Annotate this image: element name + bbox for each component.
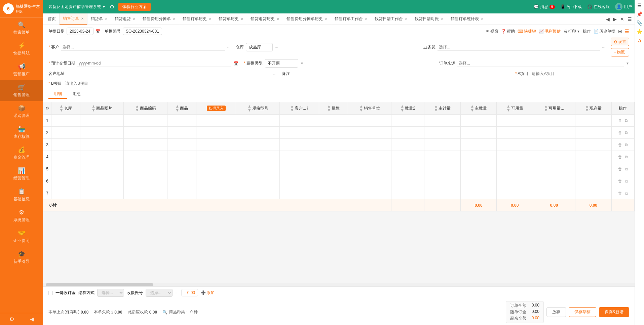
tab-return-history[interactable]: 销货退货历史 ✕ xyxy=(247,13,283,25)
cell-attr[interactable] xyxy=(319,151,348,163)
address-expand-icon[interactable]: ··· xyxy=(273,72,276,76)
th-scan[interactable]: 扫码录入 xyxy=(196,102,236,115)
cell-available[interactable] xyxy=(497,127,533,139)
circle-icon[interactable]: 🔍 xyxy=(162,310,167,315)
collapse-icon[interactable]: ◀ xyxy=(30,316,34,322)
cell-qty2[interactable] xyxy=(391,151,424,163)
copy-icon[interactable]: ⧉ xyxy=(625,155,628,159)
sidebar-item-search[interactable]: 🔍 搜索菜单 xyxy=(0,18,43,39)
cell-qty2[interactable] xyxy=(391,115,424,127)
sidebar-item-system[interactable]: ⚙ 系统管理 xyxy=(0,205,43,226)
cell-code[interactable] xyxy=(124,187,167,199)
cell-current[interactable] xyxy=(575,127,612,139)
tab-close-icon[interactable]: ✕ xyxy=(277,17,279,21)
cell-code[interactable] xyxy=(124,127,167,139)
cell-code[interactable] xyxy=(124,163,167,175)
tab-invoice-history[interactable]: 销货单历史 ✕ xyxy=(215,13,247,25)
tab-order-workbench[interactable]: 销售订单工作台 ✕ xyxy=(331,13,371,25)
settlement-select[interactable]: 选择... xyxy=(97,289,124,297)
tab-close-icon[interactable]: ✕ xyxy=(405,17,408,21)
cell-main-unit[interactable] xyxy=(424,115,461,127)
cell-current[interactable] xyxy=(575,163,612,175)
cell-main-unit[interactable] xyxy=(424,151,461,163)
cell-available[interactable] xyxy=(497,151,533,163)
delete-icon[interactable]: 🗑 xyxy=(618,130,622,135)
tab-close-icon[interactable]: ✕ xyxy=(481,17,484,21)
sidebar-item-purchase[interactable]: 📦 采购管理 xyxy=(0,101,43,122)
invoice-type-select[interactable]: 不开票 xyxy=(265,59,298,68)
cell-code[interactable] xyxy=(124,175,167,187)
history-button[interactable]: 📄 历史单据 xyxy=(594,29,615,34)
tab-order-stats[interactable]: 销售订单统计表 ✕ xyxy=(447,13,487,25)
cell-customer-code[interactable] xyxy=(280,127,319,139)
cell-code[interactable] xyxy=(124,115,167,127)
th-settings[interactable]: ⚙ xyxy=(43,102,51,115)
scroll-area[interactable] xyxy=(43,283,635,286)
tab-prev-icon[interactable]: ◀ xyxy=(605,16,611,23)
message-button[interactable]: 💬 消息 9 xyxy=(534,4,555,10)
salesperson-input[interactable] xyxy=(438,44,600,51)
bank-select[interactable]: 选择... xyxy=(146,289,173,297)
remarks-input[interactable] xyxy=(292,70,510,77)
cell-unit[interactable] xyxy=(348,175,391,187)
cell-customer-code[interactable] xyxy=(280,151,319,163)
cell-spec[interactable] xyxy=(236,151,280,163)
discard-button[interactable]: 放弃 xyxy=(546,307,566,317)
right-icon-2[interactable]: 📌 xyxy=(636,10,644,18)
warehouse-input[interactable]: 成品库 xyxy=(246,43,273,51)
tab-summary[interactable]: 汇总 xyxy=(67,90,86,99)
column-settings-icon[interactable]: ⚙ xyxy=(45,106,49,111)
delete-icon[interactable]: 🗑 xyxy=(618,179,622,184)
cell-attr[interactable] xyxy=(319,127,348,139)
cell-main-unit[interactable] xyxy=(424,187,461,199)
cell-main-qty[interactable] xyxy=(460,175,497,187)
tab-fee-split[interactable]: 销售费用分摊单 ✕ xyxy=(139,13,179,25)
cell-product[interactable] xyxy=(167,175,196,187)
cell-unit[interactable] xyxy=(348,127,391,139)
online-service-button[interactable]: 🎧 在线客服 xyxy=(587,4,610,10)
cell-available2[interactable] xyxy=(533,187,575,199)
cell-customer-code[interactable] xyxy=(280,139,319,151)
tab-close-icon[interactable]: ✕ xyxy=(81,17,84,21)
cell-main-qty[interactable] xyxy=(460,139,497,151)
copy-icon[interactable]: ⧉ xyxy=(625,191,628,196)
save-new-button[interactable]: 保存&新增 xyxy=(599,307,629,317)
cell-available2[interactable] xyxy=(533,139,575,151)
delete-icon[interactable]: 🗑 xyxy=(618,155,622,159)
order-source-expand[interactable]: ▼ xyxy=(626,62,629,65)
cell-available2[interactable] xyxy=(533,127,575,139)
cell-warehouse[interactable] xyxy=(51,139,80,151)
cell-spec[interactable] xyxy=(236,127,280,139)
deposit-checkbox[interactable] xyxy=(48,291,53,295)
delete-icon[interactable]: 🗑 xyxy=(618,167,622,171)
tab-detail[interactable]: 明细 xyxy=(48,90,67,99)
dropdown-arrow-icon[interactable]: ▼ xyxy=(102,5,106,9)
cell-available[interactable] xyxy=(497,163,533,175)
operation-button[interactable]: 操作 xyxy=(583,29,591,34)
user-menu[interactable]: 👤 用户 xyxy=(615,3,632,10)
info-icon[interactable]: ℹ xyxy=(111,310,113,315)
cell-available2[interactable] xyxy=(533,151,575,163)
cell-product[interactable] xyxy=(167,127,196,139)
tab-fee-history[interactable]: 销售费用分摊单历史 ✕ xyxy=(283,13,331,25)
cell-available[interactable] xyxy=(497,139,533,151)
right-icon-4[interactable]: ⭐ xyxy=(636,28,644,36)
tab-sales-invoice[interactable]: 销货单 ✕ xyxy=(87,13,111,25)
cell-available[interactable] xyxy=(497,115,533,127)
tab-close-all-icon[interactable]: ✕ xyxy=(619,16,626,23)
tab-close-icon[interactable]: ✕ xyxy=(365,17,368,21)
tab-close-icon[interactable]: ✕ xyxy=(209,17,212,21)
cell-code[interactable] xyxy=(124,139,167,151)
cell-main-qty[interactable] xyxy=(460,187,497,199)
cell-available[interactable] xyxy=(497,187,533,199)
cell-attr[interactable] xyxy=(319,175,348,187)
cell-warehouse[interactable] xyxy=(51,127,80,139)
cell-product[interactable] xyxy=(167,187,196,199)
cell-warehouse[interactable] xyxy=(51,175,80,187)
cell-unit[interactable] xyxy=(348,187,391,199)
cell-qty2[interactable] xyxy=(391,163,424,175)
a-project-input[interactable] xyxy=(530,70,629,77)
cell-current[interactable] xyxy=(575,175,612,187)
cell-warehouse[interactable] xyxy=(51,115,80,127)
bank-expand-icon[interactable]: ··· xyxy=(175,290,179,295)
